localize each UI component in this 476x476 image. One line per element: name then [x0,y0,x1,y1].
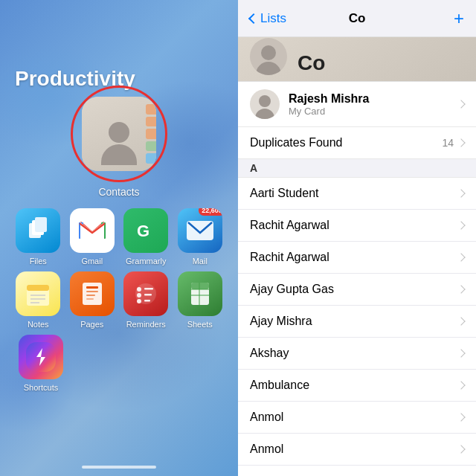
contacts-app-highlighted[interactable]: Contacts [71,86,167,198]
svg-rect-29 [191,283,209,289]
home-indicator [82,466,156,469]
contacts-header: Lists Co + [238,0,476,37]
reminders-label: Reminders [126,320,166,329]
svg-rect-13 [83,283,102,305]
large-contacts-header-area: Co [238,37,476,82]
reminders-icon [123,271,168,316]
my-card-name: Rajesh Mishra [289,92,458,106]
my-card-row[interactable]: Rajesh Mishra My Card [238,82,476,127]
gmail-app[interactable]: Gmail [70,208,115,266]
contact-chevron [457,445,465,453]
contacts-tabs [146,104,156,164]
large-contact-avatar [250,38,287,75]
contact-name: Ajay Mishra [250,315,312,328]
contact-name: Aarti Student [250,187,319,200]
add-contact-button[interactable]: + [454,8,464,29]
pages-app[interactable]: Pages [70,271,115,329]
svg-rect-15 [86,291,98,292]
header-title: Co [349,11,366,26]
contact-row[interactable]: Rachit Agarwal [238,210,476,242]
contact-silhouette [101,122,137,165]
my-card-avatar [250,89,280,119]
svg-point-20 [137,293,141,298]
contact-name: Anmol [250,443,283,456]
chevron-left-icon [248,13,259,23]
contact-row[interactable]: Krishna Anty [238,466,476,476]
files-app[interactable]: Files [16,208,60,266]
back-button[interactable]: Lists [250,11,286,26]
svg-rect-22 [144,288,153,290]
gmail-icon [70,208,115,253]
contact-chevron [457,253,465,261]
contact-chevron [457,349,465,357]
svg-rect-16 [86,295,95,296]
contact-name: Ajay Gupta Gas [250,283,334,296]
duplicates-right: 14 [442,137,464,149]
notes-icon [16,271,60,316]
app-row-3: Shortcuts [11,335,227,392]
contact-row[interactable]: Akshay [238,338,476,370]
svg-rect-2 [35,217,47,232]
contact-chevron [457,285,465,293]
contact-row[interactable]: Rachit Agarwal [238,242,476,274]
contact-chevron [457,413,465,421]
contact-row[interactable]: Ajay Gupta Gas [238,274,476,306]
contact-chevron [457,189,465,197]
contacts-list: Aarti Student Rachit Agarwal Rachit Agar… [238,178,476,476]
sheets-icon [178,271,222,316]
shortcuts-icon [19,335,63,379]
back-label: Lists [260,11,286,26]
contact-chevron [457,221,465,229]
mail-icon: 22,603 [178,208,222,253]
gmail-label: Gmail [81,257,103,266]
contact-name: Ambulance [250,379,309,392]
contact-chevron [457,317,465,325]
contacts-icon [82,97,156,171]
svg-point-21 [137,299,141,303]
contact-name: Akshay [250,347,289,360]
contact-name: Rachit Agarwal [250,219,329,232]
left-panel: Productivity [0,0,238,476]
notes-app[interactable]: Notes [16,271,60,329]
contact-name: Rachit Agarwal [250,251,329,264]
contact-row[interactable]: Ajay Mishra [238,306,476,338]
svg-text:G: G [137,222,149,240]
duplicates-row[interactable]: Duplicates Found 14 [238,127,476,159]
contact-row[interactable]: Anmol [238,402,476,434]
reminders-app[interactable]: Reminders [123,271,168,329]
notes-label: Notes [28,320,49,329]
files-icon [16,208,60,253]
contact-row[interactable]: Aarti Student [238,178,476,210]
files-label: Files [30,257,47,266]
svg-rect-17 [86,298,94,300]
sheets-app[interactable]: Sheets [178,271,222,329]
contacts-app-label: Contacts [98,186,139,198]
grammarly-label: Grammarly [126,257,166,266]
svg-point-19 [137,287,141,292]
contact-row[interactable]: Anmol [238,434,476,466]
svg-rect-23 [144,294,152,296]
shortcuts-label: Shortcuts [24,383,58,392]
pages-label: Pages [80,320,103,329]
mail-label: Mail [193,257,208,266]
app-row-1: Files Gmail G Gram [11,208,227,266]
duplicates-chevron [457,138,465,147]
svg-rect-30 [26,342,56,372]
duplicates-count: 14 [442,137,454,149]
shortcuts-app[interactable]: Shortcuts [19,335,63,392]
grammarly-icon: G [123,208,168,253]
contact-name: Anmol [250,411,283,424]
pages-icon [70,271,115,316]
app-row-2: Notes Pages [11,271,227,329]
sheets-label: Sheets [187,320,213,329]
mail-badge: 22,603 [199,208,222,216]
grammarly-app[interactable]: G Grammarly [123,208,168,266]
mail-app[interactable]: 22,603 Mail [178,208,222,266]
section-header-a: A [238,159,476,178]
contact-row[interactable]: Ambulance [238,370,476,402]
contact-chevron [457,381,465,389]
svg-rect-24 [144,300,150,302]
my-card-info: Rajesh Mishra My Card [289,92,458,117]
contacts-circle [71,86,167,182]
duplicates-label: Duplicates Found [250,136,343,149]
